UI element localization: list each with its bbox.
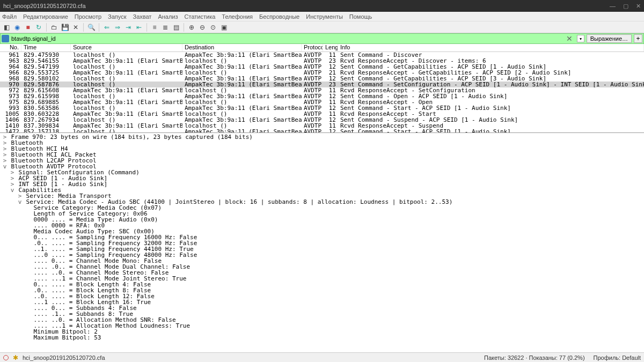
table-row[interactable]: 1406837.267934localhost ()AmpakTec_3b:9a…	[0, 117, 644, 123]
table-row[interactable]: 1410837.309834AmpakTec_3b:9a:11 (Elari S…	[0, 123, 644, 129]
tree-node[interactable]: > Bluetooth HCI H4	[2, 146, 642, 152]
table-row[interactable]: 975829.689885AmpakTec_3b:9a:11 (Elari Sm…	[0, 99, 644, 105]
tree-node[interactable]: .... ...1 = Allocation Method Loudness: …	[2, 323, 642, 329]
tool-icon[interactable]: ≣	[161, 23, 170, 32]
menu-item[interactable]: Статистика	[185, 13, 216, 20]
close-button[interactable]: ✕	[636, 3, 641, 10]
menu-item[interactable]: Просмотр	[75, 13, 101, 20]
tree-node[interactable]: > Bluetooth HCI ACL Packet	[2, 152, 642, 158]
tool-icon[interactable]: ≡	[150, 23, 159, 32]
filter-dropdown-icon[interactable]: ▾	[577, 35, 584, 42]
maximize-button[interactable]: ▢	[623, 3, 628, 10]
expand-icon[interactable]: v	[10, 187, 15, 193]
menu-item[interactable]: Беспроводные	[259, 13, 299, 20]
table-row[interactable]: 993830.563586localhost ()AmpakTec_3b:9a:…	[0, 105, 644, 111]
expert-info-icon[interactable]: ✱	[13, 354, 18, 361]
table-row[interactable]: 973829.615998localhost ()AmpakTec_3b:9a:…	[0, 93, 644, 99]
col-prot[interactable]: Protocol	[302, 44, 323, 51]
status-file: hci_snoop20191205120720.cfa	[23, 354, 105, 361]
filter-add-button[interactable]: +	[634, 34, 642, 43]
col-src[interactable]: Source	[71, 44, 182, 51]
packet-list-pane: No. Time Source Destination Protocol Len…	[0, 44, 644, 133]
table-row[interactable]: 970829.587876localhost ()AmpakTec_3b:9a:…	[0, 82, 644, 87]
tool-icon[interactable]: ⇒	[113, 23, 122, 32]
tool-icon[interactable]: ⊖	[198, 23, 207, 32]
table-row[interactable]: 1005830.603228AmpakTec_3b:9a:11 (Elari S…	[0, 111, 644, 117]
tool-icon[interactable]: ■	[24, 23, 32, 32]
table-row[interactable]: 966829.553725AmpakTec_3b:9a:11 (Elari Sm…	[0, 70, 644, 76]
tool-icon[interactable]: 💾	[61, 23, 69, 32]
status-profile[interactable]: Профиль: Default	[594, 354, 641, 361]
statusbar: ✱ hci_snoop20191205120720.cfa Пакеты: 32…	[0, 352, 644, 362]
tool-icon[interactable]: ⊕	[187, 23, 196, 32]
menu-item[interactable]: Редактирование	[23, 13, 68, 20]
tool-icon[interactable]: ▣	[219, 23, 228, 32]
packet-rows: 961829.475930localhost ()AmpakTec_3b:9a:…	[0, 52, 644, 133]
tool-icon[interactable]: ◧	[2, 23, 11, 32]
table-row[interactable]: 963829.546155AmpakTec_3b:9a:11 (Elari Sm…	[0, 58, 644, 64]
expand-icon[interactable]: v	[2, 164, 8, 169]
titlebar: hci_snoop20191205120720.cfa — ▢ ✕	[0, 0, 644, 12]
filter-bar: ✕ ▾ Выражение… +	[0, 33, 644, 44]
packet-list-header: No. Time Source Destination Protocol Len…	[0, 44, 644, 52]
menu-item[interactable]: Запуск	[108, 13, 126, 20]
menu-item[interactable]: Помощь	[349, 13, 372, 20]
menu-item[interactable]: Телефония	[222, 13, 253, 20]
window-controls: — ▢ ✕	[610, 3, 641, 10]
tool-icon[interactable]: ⇤	[135, 23, 143, 32]
table-row[interactable]: 961829.475930localhost ()AmpakTec_3b:9a:…	[0, 52, 644, 58]
tree-node[interactable]: Maximum Bitpool: 53	[2, 335, 642, 341]
expand-icon[interactable]: v	[17, 199, 23, 205]
col-info[interactable]: Info	[338, 44, 644, 51]
col-no[interactable]: No.	[0, 44, 21, 51]
status-packets: Пакеты: 32622 · Показаны: 77 (0.2%)	[484, 354, 585, 361]
menu-item[interactable]: Инструменты	[306, 13, 343, 20]
tree-node[interactable]: > Bluetooth	[2, 140, 642, 146]
tool-icon[interactable]: ⇥	[124, 23, 133, 32]
tree-node[interactable]: > Bluetooth L2CAP Protocol	[2, 158, 642, 164]
clear-filter-icon[interactable]: ✕	[564, 34, 575, 43]
tool-icon[interactable]: ✕	[71, 23, 80, 32]
tree-node[interactable]: > INT SEID [1 - Audio Sink]	[2, 181, 642, 187]
tool-icon[interactable]: ⇐	[103, 23, 111, 32]
display-filter-input[interactable]	[11, 35, 562, 42]
capture-indicator-icon	[3, 355, 9, 360]
window-title: hci_snoop20191205120720.cfa	[3, 3, 86, 9]
bookmark-icon[interactable]	[2, 35, 9, 42]
table-row[interactable]: 964829.547199localhost ()AmpakTec_3b:9a:…	[0, 64, 644, 70]
table-row[interactable]: 1472852.157118localhost ()AmpakTec_3b:9a…	[0, 129, 644, 133]
col-dst[interactable]: Destination	[182, 44, 302, 51]
menu-item[interactable]: Захват	[133, 13, 152, 20]
tool-icon[interactable]: ⊙	[209, 23, 217, 32]
menu-item[interactable]: Анализ	[158, 13, 178, 20]
tool-icon[interactable]: 🔍	[87, 23, 96, 32]
table-row[interactable]: 972829.615608AmpakTec_3b:9a:11 (Elari Sm…	[0, 87, 644, 93]
tool-icon[interactable]: 🗀	[50, 23, 58, 32]
expression-button[interactable]: Выражение…	[587, 34, 632, 43]
menubar: ФайлРедактированиеПросмотрЗапускЗахватАн…	[0, 12, 644, 21]
tool-icon[interactable]: ▤	[172, 23, 180, 32]
tree-node[interactable]: > Frame 970: 23 bytes on wire (184 bits)…	[2, 134, 642, 140]
packet-details-pane[interactable]: > Frame 970: 23 bytes on wire (184 bits)…	[0, 133, 644, 352]
tool-icon[interactable]: ↻	[34, 23, 43, 32]
tool-icon[interactable]: ◉	[13, 23, 21, 32]
table-row[interactable]: 968829.580102localhost ()AmpakTec_3b:9a:…	[0, 76, 644, 82]
menu-item[interactable]: Файл	[2, 13, 17, 20]
col-len[interactable]: Length	[323, 44, 338, 51]
minimize-button[interactable]: —	[610, 3, 616, 10]
col-time[interactable]: Time	[21, 44, 71, 51]
toolbar: ◧ ◉ ■ ↻ 🗀 💾 ✕ 🔍 ⇐ ⇒ ⇥ ⇤ ≡ ≣ ▤ ⊕ ⊖ ⊙ ▣	[0, 21, 644, 33]
